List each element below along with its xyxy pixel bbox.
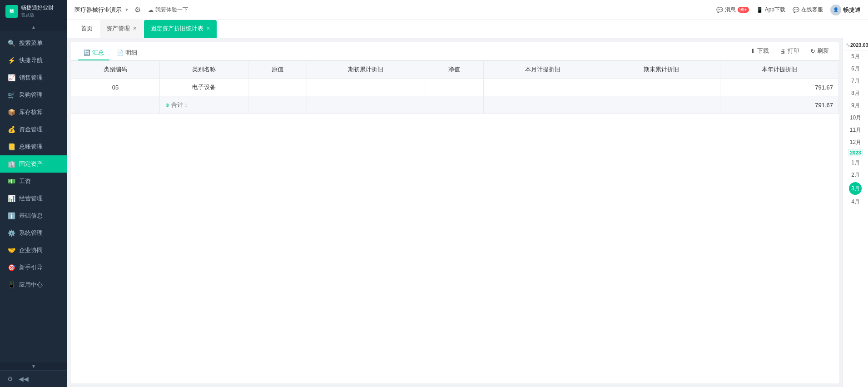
sidebar-item-ledger[interactable]: 📒 总账管理	[0, 138, 67, 155]
download-icon: ⬇	[750, 48, 755, 55]
scroll-up-btn[interactable]: ▲	[0, 23, 67, 31]
nav-icon-salary: 💵	[7, 178, 15, 185]
refresh-label: 刷新	[817, 47, 829, 55]
sidebar-item-operations[interactable]: 📊 经营管理	[0, 190, 67, 207]
print-icon: 🖨	[780, 48, 786, 55]
download-btn[interactable]: ⬇ 下载	[748, 45, 772, 56]
tab-home[interactable]: 首页	[74, 20, 99, 38]
year-marker-2023: 2023	[848, 149, 863, 156]
messages-btn[interactable]: 💬 消息 99+	[716, 6, 749, 14]
date-item-before-12月[interactable]: 12月	[848, 136, 863, 149]
sidebar-item-app-center[interactable]: 📱 应用中心	[0, 276, 67, 293]
sidebar-nav: 🔍 搜索菜单 ⚡ 快捷导航 📈 销售管理 🛒 采购管理 📦 库存核算 💰 资金管…	[0, 31, 67, 362]
service-icon: 💬	[793, 7, 799, 13]
sidebar-header: 畅 畅捷通好业财 普及版	[0, 0, 67, 23]
nav-label-ledger: 总账管理	[19, 143, 43, 151]
col-header-original_value: 原值	[248, 61, 307, 79]
date-item-before-5月[interactable]: 5月	[848, 50, 863, 63]
date-item-before-9月[interactable]: 9月	[848, 99, 863, 112]
app-subtitle: 普及版	[21, 12, 54, 18]
nav-label-system: 系统管理	[19, 229, 43, 237]
nav-icon-enterprise: 🤝	[7, 247, 15, 254]
sub-tab-detail[interactable]: 📄 明细	[111, 46, 143, 60]
total-icon: ⊕	[165, 102, 169, 108]
date-item-before-11月[interactable]: 11月	[848, 124, 863, 136]
sub-tab-label-summary: 汇总	[92, 49, 104, 57]
date-item-2月[interactable]: 2月	[848, 169, 863, 181]
date-panel-title: 2023.03	[850, 42, 868, 48]
experience-label: 我要体验一下	[155, 6, 188, 14]
date-item-before-7月[interactable]: 7月	[848, 75, 863, 87]
tab-label-home: 首页	[81, 25, 93, 33]
online-service-btn[interactable]: 💬 在线客服	[793, 6, 823, 14]
total-cell-period_end_accumulated_depreciation	[602, 96, 720, 114]
sidebar-item-system[interactable]: ⚙️ 系统管理	[0, 224, 67, 242]
date-panel: ⤡ 2023.03 ✕ 5月6月7月8月9月10月11月12月20231月2月3…	[843, 38, 868, 387]
user-menu[interactable]: 👤 畅捷通	[830, 5, 861, 15]
sidebar-item-funds[interactable]: 💰 资金管理	[0, 121, 67, 138]
sidebar-item-inventory[interactable]: 📦 库存核算	[0, 104, 67, 121]
table-row: 05电子设备791.67	[71, 79, 839, 96]
col-header-initial_accumulated_depreciation: 期初累计折旧	[307, 61, 425, 79]
content-area: 🔄 汇总 📄 明细 ⬇ 下载 🖨 打印 ↻ 刷新 类别编码类别名称原值期初累计折…	[67, 38, 868, 387]
sidebar-item-fixed-assets[interactable]: 🏢 固定资产	[0, 155, 67, 173]
nav-icon-ledger: 📒	[7, 143, 15, 150]
sidebar-item-enterprise[interactable]: 🤝 企业协同	[0, 242, 67, 259]
sidebar-footer: ⚙ ◀◀	[0, 370, 67, 387]
refresh-icon: ↻	[810, 48, 815, 55]
sidebar-item-sales[interactable]: 📈 销售管理	[0, 69, 67, 86]
tab-close-fixed-asset-depreciation[interactable]: ✕	[206, 25, 210, 31]
sidebar-item-basic-info[interactable]: ℹ️ 基础信息	[0, 207, 67, 224]
scroll-down-btn[interactable]: ▼	[0, 362, 67, 370]
date-item-before-6月[interactable]: 6月	[848, 63, 863, 75]
nav-label-purchase: 采购管理	[19, 91, 43, 99]
nav-label-search: 搜索菜单	[19, 39, 43, 47]
cell-period_end_accumulated_depreciation	[602, 79, 720, 96]
nav-label-app-center: 应用中心	[19, 281, 43, 289]
collapse-icon[interactable]: ◀◀	[19, 375, 29, 382]
cell-annual_depreciation: 791.67	[720, 79, 839, 96]
date-item-before-8月[interactable]: 8月	[848, 87, 863, 99]
sidebar-item-purchase[interactable]: 🛒 采购管理	[0, 86, 67, 104]
nav-label-salary: 工资	[19, 177, 31, 185]
date-item-1月[interactable]: 1月	[848, 157, 863, 169]
sidebar-item-search[interactable]: 🔍 搜索菜单	[0, 35, 67, 52]
settings-footer-icon[interactable]: ⚙	[7, 375, 13, 382]
sidebar-item-quick-nav[interactable]: ⚡ 快捷导航	[0, 52, 67, 69]
nav-icon-basic-info: ℹ️	[7, 212, 15, 219]
col-header-monthly_depreciation: 本月计提折旧	[484, 61, 602, 79]
date-item-current-3[interactable]: 3月	[849, 182, 862, 195]
total-cell-category_code	[71, 96, 160, 114]
experience-btn[interactable]: ☁ 我要体验一下	[148, 6, 188, 14]
sub-tab-label-detail: 明细	[125, 49, 137, 57]
main-content: 医疗器械行业演示 ▼ ⚙ ☁ 我要体验一下 💬 消息 99+ 📱 App下载 💬…	[67, 0, 868, 387]
cell-original_value	[248, 79, 307, 96]
col-header-category_name: 类别名称	[159, 61, 248, 79]
tab-asset-management[interactable]: 资产管理✕	[100, 20, 143, 38]
message-label: 消息	[725, 6, 736, 14]
total-cell-original_value	[248, 96, 307, 114]
total-cell-monthly_depreciation	[484, 96, 602, 114]
topbar-right: 💬 消息 99+ 📱 App下载 💬 在线客服 👤 畅捷通	[716, 5, 861, 15]
print-btn[interactable]: 🖨 打印	[777, 45, 802, 56]
col-header-category_code: 类别编码	[71, 61, 160, 79]
total-cell-annual_depreciation: 791.67	[720, 96, 839, 114]
date-item-4月[interactable]: 4月	[848, 196, 863, 208]
sidebar-item-guide[interactable]: 🎯 新手引导	[0, 259, 67, 276]
content-panel: 🔄 汇总 📄 明细 ⬇ 下载 🖨 打印 ↻ 刷新 类别编码类别名称原值期初累计折…	[71, 42, 839, 383]
sub-tab-summary[interactable]: 🔄 汇总	[78, 46, 109, 60]
company-name: 医疗器械行业演示	[74, 6, 122, 14]
tab-close-asset-management[interactable]: ✕	[133, 25, 137, 31]
app-download-label: App下载	[765, 6, 785, 14]
tab-fixed-asset-depreciation[interactable]: 固定资产折旧统计表✕	[144, 20, 217, 38]
nav-label-basic-info: 基础信息	[19, 212, 43, 220]
tabs-bar: 首页资产管理✕固定资产折旧统计表✕	[67, 20, 868, 38]
date-panel-expand-icon[interactable]: ⤡	[846, 42, 850, 48]
refresh-btn[interactable]: ↻ 刷新	[808, 45, 832, 56]
app-download-btn[interactable]: 📱 App下载	[756, 6, 785, 14]
nav-icon-purchase: 🛒	[7, 91, 15, 99]
company-selector[interactable]: 医疗器械行业演示 ▼	[74, 6, 129, 14]
date-item-before-10月[interactable]: 10月	[848, 112, 863, 124]
sidebar-item-salary[interactable]: 💵 工资	[0, 173, 67, 190]
topbar-settings-icon[interactable]: ⚙	[134, 5, 141, 14]
